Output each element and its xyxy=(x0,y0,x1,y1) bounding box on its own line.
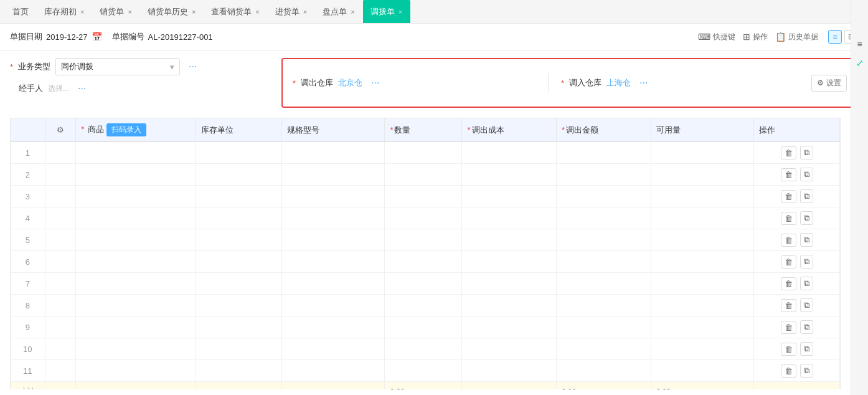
delete-row-button[interactable]: 🗑 xyxy=(781,277,796,290)
operate-button[interactable]: ⊞ 操作 xyxy=(743,32,768,42)
history-button[interactable]: 📋 历史单据 xyxy=(775,32,818,42)
row-spec[interactable] xyxy=(282,273,385,295)
row-cost[interactable] xyxy=(462,251,557,273)
sidebar-list-icon[interactable]: ≡ xyxy=(853,37,867,51)
row-amount[interactable] xyxy=(557,142,651,164)
tab-inventory-init[interactable]: 库存期初 × xyxy=(37,0,92,23)
row-spec[interactable] xyxy=(282,316,385,338)
tab-purchase[interactable]: 进货单 × xyxy=(268,0,315,23)
tab-close-sales-history[interactable]: × xyxy=(192,8,196,16)
row-qty[interactable] xyxy=(385,338,462,360)
delete-row-button[interactable]: 🗑 xyxy=(781,255,796,269)
row-qty[interactable] xyxy=(385,316,462,338)
delete-row-button[interactable]: 🗑 xyxy=(781,190,796,203)
tab-transfer[interactable]: 调拨单 × xyxy=(363,0,410,23)
row-qty[interactable] xyxy=(385,164,462,186)
row-cost[interactable] xyxy=(462,273,557,295)
tab-close-purchase[interactable]: × xyxy=(303,8,307,16)
tab-close-inventory-init[interactable]: × xyxy=(80,8,84,16)
copy-row-button[interactable]: ⧉ xyxy=(800,364,813,378)
row-qty[interactable] xyxy=(385,229,462,251)
tab-inventory-check[interactable]: 盘点单 × xyxy=(315,0,362,23)
delete-row-button[interactable]: 🗑 xyxy=(781,343,796,356)
row-goods[interactable] xyxy=(76,207,196,229)
row-unit[interactable] xyxy=(196,338,282,360)
row-goods[interactable] xyxy=(76,338,196,360)
copy-row-button[interactable]: ⧉ xyxy=(800,168,813,181)
gear-icon[interactable]: ⚙ xyxy=(57,125,64,135)
col-header-gear[interactable]: ⚙ xyxy=(45,118,76,142)
row-spec[interactable] xyxy=(282,207,385,229)
tab-close-transfer[interactable]: × xyxy=(399,8,402,16)
copy-row-button[interactable]: ⧉ xyxy=(800,255,813,269)
copy-row-button[interactable]: ⧉ xyxy=(800,320,813,334)
row-cost[interactable] xyxy=(462,186,557,207)
row-unit[interactable] xyxy=(196,316,282,338)
row-unit[interactable] xyxy=(196,273,282,295)
row-goods[interactable] xyxy=(76,164,196,186)
row-amount[interactable] xyxy=(557,251,651,273)
tab-close-sales-order[interactable]: × xyxy=(128,8,131,16)
row-amount[interactable] xyxy=(557,273,651,295)
copy-row-button[interactable]: ⧉ xyxy=(800,298,813,312)
tab-home[interactable]: 首页 xyxy=(5,0,37,23)
row-goods[interactable] xyxy=(76,186,196,207)
row-spec[interactable] xyxy=(282,338,385,360)
scan-button[interactable]: 扫码录入 xyxy=(106,123,146,136)
row-unit[interactable] xyxy=(196,164,282,186)
row-cost[interactable] xyxy=(462,142,557,164)
table-scroll-area[interactable]: ⚙ 商品 扫码录入 库存单位 规格型号 数量 调出成本 调出金额 可用量 操作 xyxy=(10,113,841,389)
row-cost[interactable] xyxy=(462,360,557,382)
row-unit[interactable] xyxy=(196,360,282,382)
copy-row-button[interactable]: ⧉ xyxy=(800,146,813,159)
row-unit[interactable] xyxy=(196,229,282,251)
business-type-more[interactable]: ··· xyxy=(189,61,197,72)
row-spec[interactable] xyxy=(282,360,385,382)
row-spec[interactable] xyxy=(282,186,385,207)
row-goods[interactable] xyxy=(76,273,196,295)
row-qty[interactable] xyxy=(385,273,462,295)
tab-sales-order[interactable]: 销货单 × xyxy=(92,0,139,23)
copy-row-button[interactable]: ⧉ xyxy=(800,233,813,247)
warehouse-out-more[interactable]: ··· xyxy=(371,77,379,88)
copy-row-button[interactable]: ⧉ xyxy=(800,277,813,290)
row-unit[interactable] xyxy=(196,295,282,316)
row-cost[interactable] xyxy=(462,295,557,316)
delete-row-button[interactable]: 🗑 xyxy=(781,168,796,181)
copy-row-button[interactable]: ⧉ xyxy=(800,211,813,225)
row-qty[interactable] xyxy=(385,251,462,273)
warehouse-in-more[interactable]: ··· xyxy=(639,77,648,88)
row-amount[interactable] xyxy=(557,207,651,229)
tab-close-view-sales[interactable]: × xyxy=(255,8,259,16)
row-amount[interactable] xyxy=(557,229,651,251)
row-amount[interactable] xyxy=(557,338,651,360)
row-goods[interactable] xyxy=(76,142,196,164)
date-value[interactable]: 2019-12-27 xyxy=(46,32,88,42)
tab-close-inventory-check[interactable]: × xyxy=(351,8,354,16)
delete-row-button[interactable]: 🗑 xyxy=(781,212,796,225)
warehouse-in-value[interactable]: 上海仓 xyxy=(606,77,631,88)
copy-row-button[interactable]: ⧉ xyxy=(800,189,813,203)
row-goods[interactable] xyxy=(76,229,196,251)
row-cost[interactable] xyxy=(462,316,557,338)
delete-row-button[interactable]: 🗑 xyxy=(781,321,796,334)
tab-view-sales[interactable]: 查看销货单 × xyxy=(204,0,267,23)
row-unit[interactable] xyxy=(196,186,282,207)
row-unit[interactable] xyxy=(196,142,282,164)
copy-row-button[interactable]: ⧉ xyxy=(800,342,813,356)
row-goods[interactable] xyxy=(76,360,196,382)
row-unit[interactable] xyxy=(196,251,282,273)
row-qty[interactable] xyxy=(385,186,462,207)
row-spec[interactable] xyxy=(282,251,385,273)
row-amount[interactable] xyxy=(557,186,651,207)
layout-list-button[interactable]: ≡ xyxy=(828,30,842,44)
row-amount[interactable] xyxy=(557,360,651,382)
person-select[interactable]: 选择... xyxy=(48,83,69,94)
person-more[interactable]: ··· xyxy=(78,83,86,94)
row-goods[interactable] xyxy=(76,251,196,273)
row-spec[interactable] xyxy=(282,229,385,251)
business-type-select[interactable]: 同价调拨 ▾ xyxy=(55,58,180,75)
row-goods[interactable] xyxy=(76,295,196,316)
row-cost[interactable] xyxy=(462,207,557,229)
row-qty[interactable] xyxy=(385,207,462,229)
